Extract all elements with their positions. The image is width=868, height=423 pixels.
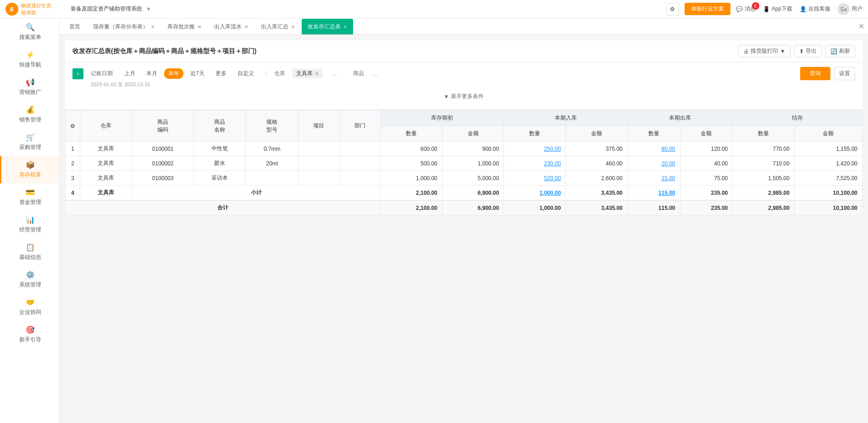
filter-row-date-range: 2023-01-01 至 2023-12-31 [72, 80, 855, 88]
date-btn-last-month[interactable]: 上月 [120, 68, 139, 79]
sidebar-item-inventory[interactable]: 📦 库存核算 [0, 156, 59, 183]
user-btn[interactable]: Ea 用户 [838, 3, 862, 15]
row-open-amt: 900.00 [442, 142, 504, 156]
th-in-qty: 数量 [504, 126, 566, 142]
sidebar-item-finance[interactable]: 💳 资金管理 [0, 183, 59, 211]
row-out-amt: 40.00 [680, 156, 733, 171]
sidebar-item-marketing[interactable]: 📢 营销推广 [0, 73, 59, 101]
sidebar-label-enterprise: 企业协同 [19, 308, 41, 316]
quick-nav-icon: ⚡ [26, 50, 35, 59]
print-button[interactable]: 🖨 拣货版打印 ▼ [738, 45, 791, 57]
table-row: 3 文具库 0100003 采访本 1,000.00 5,000.00 520.… [66, 171, 862, 186]
tab-stock-dist[interactable]: 现存量（库存分布表） ✕ [87, 19, 160, 34]
th-bal-qty: 数量 [733, 126, 795, 142]
trial-button[interactable]: 体验行业方案 [685, 3, 730, 15]
tab-recv-summary-close[interactable]: ✕ [343, 24, 347, 29]
print-label: 拣货版打印 [751, 47, 778, 55]
sidebar-item-basic[interactable]: 📋 基础信息 [0, 238, 59, 266]
row-warehouse: 文具库 [80, 156, 132, 171]
table-row: 2 文具库 0100002 胶水 20ml 500.00 1,000.00 23… [66, 156, 862, 171]
row-out-qty: 20.00 [627, 156, 680, 171]
th-open-stock: 库存期初 [381, 110, 504, 126]
sidebar-label-purchase: 采购管理 [19, 143, 41, 151]
tab-batch[interactable]: 库存批次账 ✕ [161, 19, 207, 34]
date-shortcuts: 上月 本月 本年 近7天 更多 自定义 [120, 68, 258, 79]
total-row: 合计 2,100.00 6,900.00 1,000.00 3,435.00 1… [66, 200, 862, 215]
goods-ellipsis[interactable]: ... [371, 71, 380, 77]
export-label: 导出 [806, 47, 817, 55]
date-btn-this-year[interactable]: 本年 [164, 68, 183, 79]
total-bal-amt: 10,100.00 [794, 200, 862, 215]
tab-batch-close[interactable]: ✕ [198, 24, 201, 29]
enterprise-icon: 🤝 [26, 298, 35, 307]
row-bal-qty: 710.00 [733, 156, 795, 171]
tab-stock-dist-close[interactable]: ✕ [151, 24, 155, 29]
row-in-qty: 520.00 [504, 171, 566, 186]
th-in-amt: 金额 [566, 126, 628, 142]
row-dept [339, 171, 380, 186]
tab-bar: 首页 现存量（库存分布表） ✕ 库存批次账 ✕ 出入库流水 ✕ 出入库汇总 ✕ … [60, 18, 868, 35]
date-btn-7days[interactable]: 近7天 [186, 68, 209, 79]
row-seq: 1 [66, 142, 80, 156]
tab-recv-summary[interactable]: 收发存汇总表 ✕ [302, 19, 353, 34]
warehouse-ellipsis[interactable]: ... [330, 71, 338, 77]
subtotal-open-amt: 6,900.00 [442, 186, 504, 201]
settings-icon-btn[interactable]: ⚙ [666, 3, 679, 16]
tab-inout-flow[interactable]: 出入库流水 ✕ [208, 19, 254, 34]
system-dropdown-icon[interactable]: ▼ [146, 6, 151, 12]
subtotal-bal-amt: 10,100.00 [794, 186, 862, 201]
sidebar-item-enterprise[interactable]: 🤝 企业协同 [0, 293, 59, 321]
refresh-button[interactable]: 🔄 刷新 [825, 45, 855, 57]
avatar: Ea [838, 3, 850, 15]
app-download-btn[interactable]: 📱 App下载 [763, 5, 792, 13]
th-in-stock: 本期入库 [504, 110, 627, 126]
tab-bar-close-all[interactable]: ✕ [858, 22, 864, 31]
sidebar-label-quick-nav: 快捷导航 [19, 61, 41, 69]
sidebar-item-search[interactable]: 🔍 搜索菜单 [0, 18, 59, 46]
subtotal-seq: 4 [66, 186, 80, 201]
tab-inout-summary-close[interactable]: ✕ [291, 24, 295, 29]
date-btn-more[interactable]: 更多 [211, 68, 231, 79]
th-balance: 结存 [733, 110, 862, 126]
tab-inout-summary[interactable]: 出入库汇总 ✕ [255, 19, 301, 34]
sidebar-label-finance: 资金管理 [19, 198, 41, 206]
sidebar-label-search: 搜索菜单 [19, 33, 41, 41]
subtotal-row: 4 文具库 小计 2,100.00 6,900.00 1,000.00 3,43… [66, 186, 862, 201]
row-goods-code: 0100002 [132, 156, 194, 171]
tab-home[interactable]: 首页 [63, 19, 86, 34]
system-icon: ⚙️ [26, 270, 35, 279]
sidebar-item-quick-nav[interactable]: ⚡ 快捷导航 [0, 46, 59, 73]
th-warehouse: 仓库 [80, 110, 132, 142]
sidebar-item-purchase[interactable]: 🛒 采购管理 [0, 128, 59, 156]
date-btn-custom[interactable]: 自定义 [233, 68, 258, 79]
subtotal-warehouse: 文具库 [80, 186, 132, 201]
message-btn[interactable]: 💬 消息 6 [736, 5, 756, 13]
settings-filter-button[interactable]: 设置 [834, 67, 855, 80]
sales-icon: 💰 [26, 105, 35, 114]
row-out-amt: 120.00 [680, 142, 733, 156]
expand-btn[interactable]: ▼ 展开更多条件 [444, 90, 484, 103]
row-warehouse: 文具库 [80, 171, 132, 186]
sidebar-item-sales[interactable]: 💰 销售管理 [0, 101, 59, 128]
total-open-qty: 2,100.00 [381, 200, 442, 215]
tab-inout-flow-close[interactable]: ✕ [244, 24, 248, 29]
th-out-stock: 本期出库 [627, 110, 733, 126]
row-out-amt: 75.00 [680, 171, 733, 186]
sidebar-item-system[interactable]: ⚙️ 系统管理 [0, 266, 59, 293]
row-goods-name: 胶水 [194, 156, 246, 171]
date-btn-this-month[interactable]: 本月 [142, 68, 161, 79]
th-bal-amt: 金额 [794, 126, 862, 142]
filter-collapse-btn[interactable]: › [72, 68, 83, 79]
row-dept [339, 142, 380, 156]
sidebar-item-operation[interactable]: 📊 经营管理 [0, 211, 59, 238]
row-goods-name: 中性笔 [194, 142, 246, 156]
user-label: 用户 [851, 5, 862, 13]
sidebar-label-marketing: 营销推广 [19, 88, 41, 96]
sidebar-item-guide[interactable]: 🎯 新手引导 [0, 321, 59, 348]
online-service-btn[interactable]: 👤 在线客服 [800, 5, 830, 13]
warehouse-tag-close[interactable]: ✕ [315, 71, 319, 77]
query-button[interactable]: 查询 [800, 67, 830, 80]
export-button[interactable]: ⬆ 导出 [794, 45, 822, 57]
sidebar-label-sales: 销售管理 [19, 116, 41, 124]
page-actions: 🖨 拣货版打印 ▼ ⬆ 导出 🔄 刷新 [738, 45, 855, 57]
